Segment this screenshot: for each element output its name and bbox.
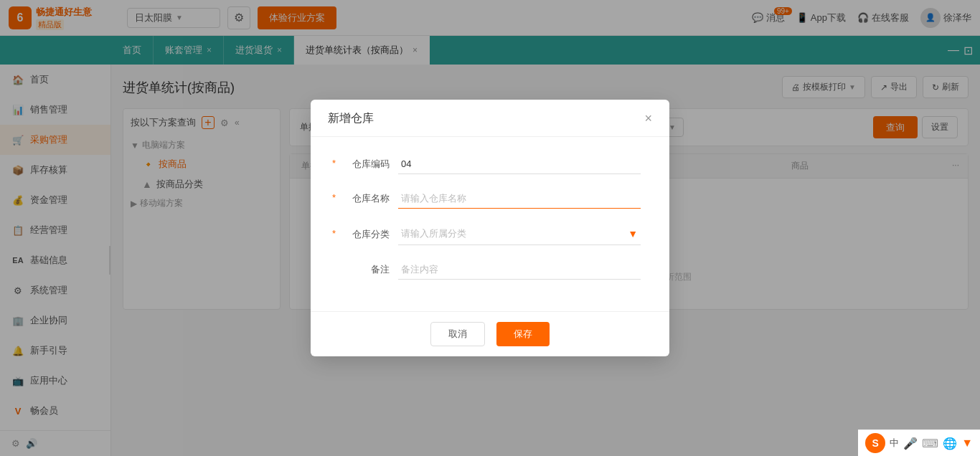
warehouse-note-input[interactable] bbox=[398, 260, 641, 280]
modal-footer: 取消 保存 bbox=[311, 311, 669, 356]
keyboard-icon: ⌨ bbox=[922, 437, 938, 450]
s-logo: S bbox=[865, 433, 885, 453]
save-button[interactable]: 保存 bbox=[496, 322, 550, 346]
translate-icon: 🌐 bbox=[943, 437, 957, 450]
bottom-watermark: S 中 🎤 ⌨ 🌐 ▼ bbox=[858, 429, 980, 456]
settings-bar-icon: ▼ bbox=[961, 437, 973, 450]
warehouse-name-input[interactable] bbox=[398, 189, 641, 209]
new-warehouse-modal: 新增仓库 × 仓库编码 仓库名称 仓库分类 请输入所属分类 ▼ bbox=[311, 100, 669, 356]
form-label-note: 备注 bbox=[339, 263, 390, 276]
form-label-name: 仓库名称 bbox=[339, 192, 390, 205]
modal-overlay[interactable]: 新增仓库 × 仓库编码 仓库名称 仓库分类 请输入所属分类 ▼ bbox=[0, 0, 980, 456]
category-dropdown-arrow: ▼ bbox=[628, 228, 638, 239]
modal-body: 仓库编码 仓库名称 仓库分类 请输入所属分类 ▼ 备注 bbox=[311, 137, 669, 311]
form-label-category: 仓库分类 bbox=[339, 228, 390, 241]
warehouse-category-select[interactable]: 请输入所属分类 ▼ bbox=[398, 223, 641, 245]
form-row-note: 备注 bbox=[339, 260, 641, 280]
form-row-category: 仓库分类 请输入所属分类 ▼ bbox=[339, 223, 641, 245]
mic-icon: 🎤 bbox=[903, 437, 918, 450]
modal-header: 新增仓库 × bbox=[311, 100, 669, 137]
modal-close-button[interactable]: × bbox=[644, 111, 652, 126]
form-label-code: 仓库编码 bbox=[339, 158, 390, 171]
form-row-name: 仓库名称 bbox=[339, 189, 641, 209]
warehouse-code-input[interactable] bbox=[398, 154, 641, 174]
modal-title: 新增仓库 bbox=[328, 111, 374, 126]
form-row-code: 仓库编码 bbox=[339, 154, 641, 174]
watermark-text: 中 bbox=[890, 437, 899, 450]
cancel-button[interactable]: 取消 bbox=[430, 322, 485, 346]
category-placeholder: 请输入所属分类 bbox=[401, 227, 466, 240]
